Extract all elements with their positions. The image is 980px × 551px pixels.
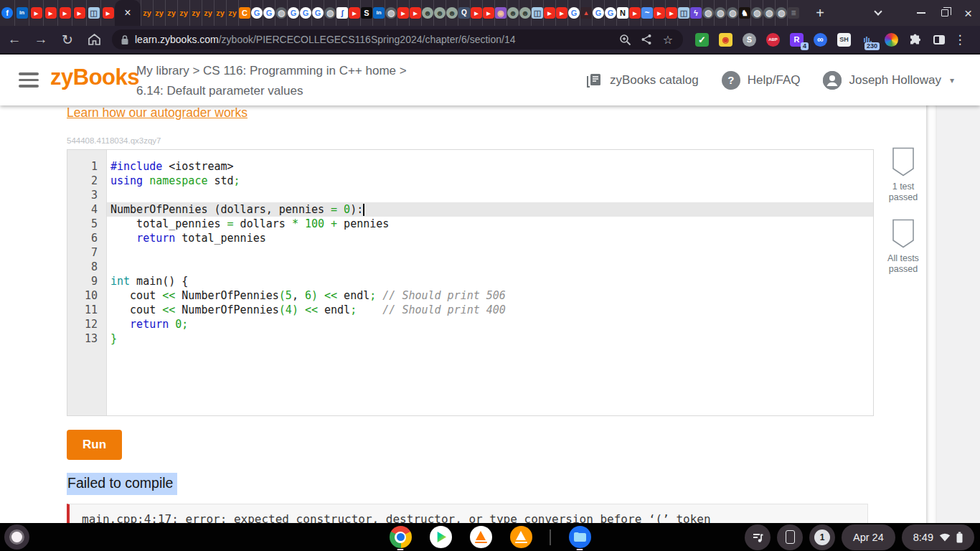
code-line-11[interactable]: cout << NumberOfPennies(4) << endl; // S… bbox=[107, 303, 873, 317]
browser-tab-g[interactable]: G bbox=[567, 0, 580, 26]
ext-sh-icon[interactable]: SH bbox=[832, 27, 856, 52]
code-line-7[interactable] bbox=[107, 245, 873, 260]
bookmark-button[interactable]: ☆ bbox=[657, 30, 679, 49]
breadcrumb-line-2[interactable]: 6.14: Default parameter values bbox=[136, 84, 303, 98]
browser-tab-yt[interactable]: ▶ bbox=[72, 0, 86, 26]
browser-tab-bolt[interactable]: ϟ bbox=[689, 0, 702, 26]
phone-hub-button[interactable] bbox=[777, 524, 803, 550]
browser-tab-g[interactable]: G bbox=[604, 0, 616, 26]
code-line-6[interactable]: return total_pennies bbox=[107, 231, 873, 245]
date-button[interactable]: Apr 24 bbox=[842, 524, 895, 550]
browser-tab-yt[interactable]: ▶ bbox=[665, 0, 677, 26]
code-line-9[interactable]: int main() { bbox=[107, 274, 873, 288]
browser-tab-face[interactable]: ☻ bbox=[507, 0, 519, 26]
browser-tab-face[interactable]: ☻ bbox=[446, 0, 458, 26]
ext-r-icon[interactable]: R4 bbox=[785, 27, 809, 52]
browser-tab-yt[interactable]: ▶ bbox=[628, 0, 641, 26]
restore-button[interactable] bbox=[933, 0, 956, 26]
close-icon[interactable]: × bbox=[964, 6, 972, 20]
help-link[interactable]: ? Help/FAQ bbox=[722, 71, 801, 90]
code-area[interactable]: #include <iostream>using namespace std;N… bbox=[107, 150, 873, 415]
browser-tab-g[interactable]: G bbox=[263, 0, 275, 26]
browser-tab-zy[interactable]: zy bbox=[153, 0, 165, 26]
browser-tab-yt[interactable]: ▶ bbox=[397, 0, 409, 26]
tab-search-chevron-icon[interactable] bbox=[867, 0, 889, 26]
browser-tab-ig[interactable]: ◫ bbox=[677, 0, 689, 26]
code-line-13[interactable]: } bbox=[107, 331, 873, 346]
browser-tab-globe[interactable]: ◍ bbox=[275, 0, 287, 26]
code-line-3[interactable] bbox=[107, 188, 873, 202]
extensions-puzzle-button[interactable] bbox=[903, 27, 927, 52]
browser-tab-s[interactable]: S bbox=[360, 0, 372, 26]
browser-tab-g[interactable]: G bbox=[592, 0, 604, 26]
browser-tab-in[interactable]: in bbox=[372, 0, 385, 26]
ext-camera-icon[interactable]: ◉ bbox=[714, 27, 738, 52]
browser-tab-g[interactable]: G bbox=[287, 0, 299, 26]
browser-tab-printer[interactable]: ≡ bbox=[787, 0, 799, 26]
browser-tab-zy[interactable]: zy bbox=[177, 0, 189, 26]
browser-tab-tower[interactable]: ▲ bbox=[580, 0, 592, 26]
browser-tab-yt[interactable]: ▶ bbox=[43, 0, 57, 26]
code-line-5[interactable]: total_pennies = dollars * 100 + pennies bbox=[107, 217, 873, 231]
browser-tab-face[interactable]: ☻ bbox=[433, 0, 446, 26]
browser-tab-globe[interactable]: ◍ bbox=[714, 0, 726, 26]
ext-checkmark-icon[interactable]: ✓ bbox=[690, 27, 714, 52]
browser-tab-c[interactable]: C bbox=[238, 0, 250, 26]
browser-tab-globe[interactable]: ◍ bbox=[726, 0, 738, 26]
browser-tab-curve2[interactable]: ~ bbox=[641, 0, 653, 26]
browser-tab-zy[interactable]: zy bbox=[202, 0, 214, 26]
breadcrumb-line-1[interactable]: My library > CS 116: Programming in C++ … bbox=[136, 64, 407, 77]
chrome-app-icon[interactable] bbox=[389, 523, 412, 551]
browser-tab-ig[interactable]: ◫ bbox=[86, 0, 100, 26]
browser-tab-globe[interactable]: ◍ bbox=[750, 0, 763, 26]
browser-tab-in[interactable]: in bbox=[14, 0, 29, 26]
run-button[interactable]: Run bbox=[67, 430, 122, 460]
browser-tab-g[interactable]: G bbox=[299, 0, 311, 26]
forward-button[interactable]: → bbox=[29, 27, 53, 52]
browser-tab-yt[interactable]: ▶ bbox=[29, 0, 43, 26]
code-editor[interactable]: 12345678910111213 #include <iostream>usi… bbox=[67, 149, 874, 416]
media-controls-button[interactable] bbox=[745, 524, 771, 550]
browser-tab-yt[interactable]: ▶ bbox=[543, 0, 555, 26]
ext-swirl-icon[interactable] bbox=[880, 27, 903, 52]
hamburger-menu-icon[interactable] bbox=[19, 72, 39, 91]
browser-tab-fb[interactable]: f bbox=[0, 0, 14, 26]
ext-signal-icon[interactable]: ılı.230 bbox=[856, 27, 880, 52]
code-line-1[interactable]: #include <iostream> bbox=[107, 159, 873, 174]
ext-infinity-icon[interactable]: ∞ bbox=[809, 27, 832, 52]
url-text[interactable]: learn.zybooks.com/zybook/PIERCECOLLEGECS… bbox=[135, 34, 614, 45]
autograder-link[interactable]: Learn how our autograder works bbox=[67, 105, 248, 121]
vlc-light-app-icon[interactable] bbox=[469, 523, 492, 551]
browser-tab-zy[interactable]: zy bbox=[226, 0, 238, 26]
code-line-10[interactable]: cout << NumberOfPennies(5, 6) << endl; /… bbox=[107, 288, 873, 303]
browser-tab-yt[interactable]: ▶ bbox=[555, 0, 567, 26]
browser-tab-curve[interactable]: ʃ bbox=[336, 0, 348, 26]
browser-tab-globe[interactable]: ◍ bbox=[385, 0, 397, 26]
user-menu[interactable]: Joseph Holloway ▾ bbox=[823, 71, 954, 90]
code-line-8[interactable] bbox=[107, 260, 873, 274]
browser-tab-q[interactable]: Q bbox=[458, 0, 470, 26]
browser-tab-zy[interactable]: zy bbox=[189, 0, 202, 26]
close-window-button[interactable]: × bbox=[956, 0, 980, 26]
browser-tab-globe[interactable]: ◍ bbox=[775, 0, 787, 26]
zoom-page-button[interactable] bbox=[614, 30, 636, 49]
launcher-button[interactable] bbox=[4, 524, 29, 550]
browser-tab-yt[interactable]: ▶ bbox=[348, 0, 360, 26]
browser-tab-globe[interactable]: ◍ bbox=[324, 0, 336, 26]
code-line-4[interactable]: NumberOfPennies (dollars, pennies = 0): bbox=[107, 202, 873, 217]
share-button[interactable] bbox=[636, 30, 657, 49]
code-line-12[interactable]: return 0; bbox=[107, 317, 873, 331]
zybooks-logo[interactable]: zyBooks bbox=[50, 65, 139, 90]
browser-tab-zy[interactable]: zy bbox=[141, 0, 153, 26]
quick-settings-button[interactable]: 8:49 bbox=[902, 524, 974, 550]
split-screen-button[interactable] bbox=[927, 27, 951, 52]
browser-tab-face[interactable]: ☻ bbox=[421, 0, 433, 26]
browser-tab-globe[interactable]: ◍ bbox=[702, 0, 714, 26]
code-line-2[interactable]: using namespace std; bbox=[107, 174, 873, 188]
home-button[interactable] bbox=[82, 27, 106, 52]
play-app-icon[interactable] bbox=[429, 523, 452, 551]
browser-tab-n[interactable]: N bbox=[616, 0, 628, 26]
browser-tab-yt[interactable]: ▶ bbox=[57, 0, 72, 26]
minimize-button[interactable] bbox=[909, 0, 933, 26]
browser-tab-face[interactable]: ☻ bbox=[519, 0, 531, 26]
